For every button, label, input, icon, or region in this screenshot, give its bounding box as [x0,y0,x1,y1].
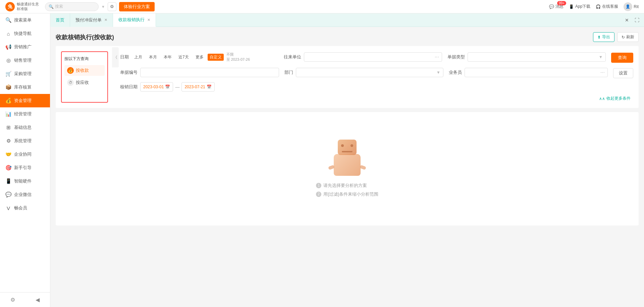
filter-row-2: 单据编号 部门 ▼ 业务员 [120,67,633,78]
sidebar-item-operation[interactable]: 📊 经营管理 [0,107,50,121]
filter-by-receivable[interactable]: ⏱ 按应收 [64,77,105,88]
inventory-icon: 📦 [5,84,11,90]
sidebar-settings-btn[interactable]: ⚙ [8,295,18,304]
doctype-label: 单据类型 [447,54,465,60]
dept-label: 部门 [284,69,293,75]
sidebar-item-wechat[interactable]: 💬 企业微信 [0,188,50,201]
tab-receivable[interactable]: 收款核销执行 ✕ [113,13,156,27]
filter-fields: 日期 上月 本月 本年 近7天 更多 自定义 [120,51,633,103]
tab-receivable-close[interactable]: ✕ [147,18,150,22]
verify-date-start[interactable]: 2023-03-01 📅 [140,82,173,92]
user-avatar: 👤 [624,2,632,11]
verify-date-range: 2023-03-01 📅 — 2023-07-21 📅 [140,82,215,92]
collapse-more-btn[interactable]: ∧∧ 收起更多条件 [596,94,633,103]
tab-prepay[interactable]: 预付冲应付单 ✕ [70,13,113,27]
sidebar-item-quick-nav[interactable]: ⌂ 快捷导航 [0,27,50,40]
sidebar-item-marketing[interactable]: 📢 营销推广 [0,40,50,54]
user-area[interactable]: 👤 Rit [624,2,639,11]
export-icon: ⬆ [597,35,601,40]
top-search[interactable]: 🔍 搜索 [45,2,99,11]
app-download-btn[interactable]: 📱 App下载 [569,4,590,9]
sidebar: 🔍 搜索菜单 ⌂ 快捷导航 📢 营销推广 ◎ 销售管理 🛒 采购管理 📦 库存核… [0,13,50,307]
export-button[interactable]: ⬆ 导出 [593,32,614,42]
filter-panel: 按以下方查询 💰 按收款 ⏱ 按应收 《 [56,46,639,108]
sidebar-item-inventory[interactable]: 📦 库存核算 [0,81,50,94]
sidebar-item-finance[interactable]: 💰 资金管理 [0,94,50,107]
enterprise-icon: 🤝 [5,151,11,157]
sidebar-item-system[interactable]: ⚙ 系统管理 [0,134,50,148]
staff-select[interactable]: ··· [465,68,608,77]
member-icon: V [5,205,11,211]
receivable-icon: ⏱ [67,79,74,86]
receipt-icon: 💰 [67,67,74,74]
logo: 兔 畅捷通好生意 标准版 [5,2,39,11]
filter-row-1: 日期 上月 本月 本年 近7天 更多 自定义 [120,51,633,63]
filter-collapse-toggle[interactable]: 《 [112,47,119,67]
sidebar-item-enterprise[interactable]: 🤝 企业协同 [0,148,50,161]
right-btns-2: 设置 [613,67,633,78]
tab-bar-actions: ✕ ⛶ [623,16,644,24]
date-last-month-btn[interactable]: 上月 [131,54,145,61]
filter-actions-row: ∧∧ 收起更多条件 [120,94,633,103]
partner-label: 往来单位 [284,54,301,60]
message-btn[interactable]: 💬 消息 99+ [549,4,564,9]
date-this-month-btn[interactable]: 本月 [146,54,160,61]
filter-verify-date-item: 核销日期 2023-03-01 📅 — 2023-07-21 [120,82,633,92]
page-actions: ⬆ 导出 ↻ 刷新 [593,32,639,42]
chevron-up-icon: ∧∧ [599,96,605,101]
system-icon: ⚙ [5,138,11,144]
logo-text: 畅捷通好生意 标准版 [17,2,39,11]
dept-select[interactable]: ▼ [296,68,443,77]
user-name: Rit [634,4,639,9]
filter-row-3: 核销日期 2023-03-01 📅 — 2023-07-21 [120,82,633,92]
filter-partner-item: 往来单位 ··· [284,52,442,62]
operation-icon: 📊 [5,111,11,117]
sidebar-item-purchase[interactable]: 🛒 采购管理 [0,67,50,81]
empty-hints: 1 请先选择要分析的方案 2 用[过滤]条件来缩小分析范围 [316,181,378,199]
empty-state: 1 请先选择要分析的方案 2 用[过滤]条件来缩小分析范围 [56,112,639,225]
logo-icon: 兔 [5,2,15,11]
verify-date-end[interactable]: 2023-07-21 📅 [181,82,214,92]
filter-left-title: 按以下方查询 [64,56,105,62]
industry-btn[interactable]: 体验行业方案 [119,2,155,11]
hardware-icon: 📱 [5,178,11,184]
main-layout: 🔍 搜索菜单 ⌂ 快捷导航 📢 营销推广 ◎ 销售管理 🛒 采购管理 📦 库存核… [0,13,644,307]
sidebar-item-member[interactable]: V 畅会员 [0,201,50,215]
tab-prepay-close[interactable]: ✕ [104,18,107,22]
date-more-btn[interactable]: 更多 [193,54,206,61]
page-title: 收款核销执行(按收款) [56,33,114,41]
query-button[interactable]: 查询 [611,53,633,63]
calendar-end-icon: 📅 [207,85,212,89]
sidebar-item-sales[interactable]: ◎ 销售管理 [0,54,50,67]
marketing-icon: 📢 [5,44,11,50]
gear-button[interactable]: ⚙ [108,2,116,11]
date-custom-btn[interactable]: 自定义 [208,54,224,61]
partner-dots-icon: ··· [435,54,439,60]
date-group: 上月 本月 本年 近7天 更多 自定义 [131,54,224,61]
date-7days-btn[interactable]: 近7天 [176,54,192,61]
sidebar-item-hardware[interactable]: 📱 智能硬件 [0,174,50,188]
content-area: 首页 预付冲应付单 ✕ 收款核销执行 ✕ ✕ ⛶ 收款核销执行(按收款) [50,13,644,307]
top-dropdown[interactable]: ▼ [101,5,105,9]
date-not-limit-to: 至 2023-07-26 [226,57,250,62]
tab-home[interactable]: 首页 [50,13,70,27]
wechat-icon: 💬 [5,192,11,198]
settings-button[interactable]: 设置 [613,68,633,78]
filter-by-receipt[interactable]: 💰 按收款 [64,65,105,76]
date-this-year-btn[interactable]: 本年 [161,54,174,61]
empty-hint-1: 1 请先选择要分析的方案 [316,181,378,190]
doctype-select[interactable]: ▼ [468,52,606,62]
sidebar-item-search-menu[interactable]: 🔍 搜索菜单 [0,13,50,27]
refresh-button[interactable]: ↻ 刷新 [617,32,639,42]
online-service-btn[interactable]: 🎧 在线客服 [596,4,618,9]
sidebar-item-base-info[interactable]: ⊞ 基础信息 [0,121,50,134]
sidebar-collapse-btn[interactable]: ◀ [33,295,42,304]
tab-close-all-btn[interactable]: ✕ [623,16,631,24]
tab-expand-btn[interactable]: ⛶ [633,16,641,24]
partner-select[interactable]: ··· [304,52,442,62]
sales-icon: ◎ [5,57,11,63]
empty-illustration [327,139,367,176]
quick-nav-icon: ⌂ [5,31,11,37]
docno-input[interactable] [140,68,279,77]
sidebar-item-guide[interactable]: 🎯 新手引导 [0,161,50,174]
